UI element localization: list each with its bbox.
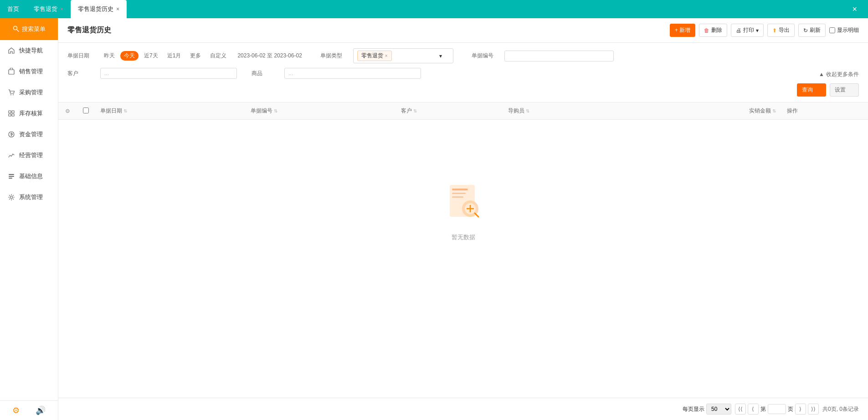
doc-type-tag-label: 零售退货 bbox=[361, 52, 383, 60]
svg-rect-8 bbox=[12, 114, 14, 116]
tab-retail-return-history[interactable]: 零售退货历史 × bbox=[71, 0, 127, 18]
tab-retail-return-label: 零售退货 bbox=[34, 5, 57, 13]
volume-icon[interactable]: 🔊 bbox=[36, 405, 46, 415]
header-actions: + 新增 🗑 删除 🖨 打印 ▾ ⬆ 导出 ↻ 刷新 bbox=[670, 24, 859, 37]
top-bar: 首页 零售退货 × 零售退货历史 × × bbox=[0, 0, 868, 18]
tab-retail-return-history-label: 零售退货历史 bbox=[78, 5, 113, 13]
date-btn-today[interactable]: 今天 bbox=[120, 51, 139, 61]
tab-retail-return-close[interactable]: × bbox=[60, 6, 63, 12]
sidebar-item-basic[interactable]: 基础信息 bbox=[0, 166, 58, 187]
customer-filter-label: 客户 bbox=[67, 70, 93, 77]
show-detail-input[interactable] bbox=[829, 27, 835, 33]
svg-rect-12 bbox=[9, 178, 12, 179]
purchase-icon bbox=[7, 88, 15, 97]
doc-type-dropdown-icon: ▾ bbox=[439, 53, 442, 59]
collapse-filters-button[interactable]: ▲ 收起更多条件 bbox=[819, 71, 859, 78]
svg-rect-2 bbox=[9, 70, 14, 74]
sort-icon-customer[interactable]: ⇅ bbox=[413, 108, 417, 113]
collapse-label: 收起更多条件 bbox=[826, 71, 859, 78]
page-title: 零售退货历史 bbox=[67, 26, 111, 35]
sort-icon-guide[interactable]: ⇅ bbox=[526, 108, 529, 113]
refresh-icon: ↻ bbox=[803, 27, 808, 34]
empty-text: 暂无数据 bbox=[452, 233, 475, 241]
th-customer: 客户 ⇅ bbox=[395, 102, 503, 120]
page-total-info: 共0页, 0条记录 bbox=[822, 405, 859, 413]
svg-rect-5 bbox=[9, 111, 11, 113]
per-page-select[interactable]: 10 20 50 100 bbox=[706, 404, 731, 415]
sidebar-item-label: 快捷导航 bbox=[19, 46, 43, 55]
filter-actions: 查询 设置 bbox=[67, 83, 859, 97]
date-filter-label: 单据日期 bbox=[67, 52, 93, 60]
date-buttons: 昨天 今天 近7天 近1月 更多 自定义 bbox=[100, 51, 230, 61]
svg-rect-6 bbox=[12, 111, 14, 113]
refresh-button[interactable]: ↻ 刷新 bbox=[798, 24, 826, 37]
select-all-checkbox[interactable] bbox=[83, 108, 89, 113]
doc-no-filter-label: 单据编号 bbox=[472, 52, 497, 60]
show-detail-checkbox[interactable]: 显示明细 bbox=[829, 26, 859, 34]
content-area: 零售退货历史 + 新增 🗑 删除 🖨 打印 ▾ ⬆ 导出 ↻ bbox=[58, 18, 868, 420]
data-table: ⚙ 单据日期 ⇅ 单据编号 ⇅ bbox=[58, 102, 868, 302]
sidebar-item-finance[interactable]: 资金管理 bbox=[0, 124, 58, 145]
search-icon bbox=[13, 26, 19, 33]
th-action: 操作 bbox=[781, 102, 868, 120]
customer-input[interactable]: ... bbox=[100, 68, 237, 79]
svg-rect-16 bbox=[452, 193, 466, 194]
page-first-button[interactable]: ⟨⟨ bbox=[735, 404, 746, 415]
window-close-button[interactable]: × bbox=[848, 5, 861, 14]
date-btn-7days[interactable]: 近7天 bbox=[140, 51, 162, 61]
page-last-button[interactable]: ⟩⟩ bbox=[808, 404, 819, 415]
goods-filter-label: 商品 bbox=[252, 70, 277, 77]
delete-button[interactable]: 🗑 删除 bbox=[699, 24, 727, 37]
settings-button[interactable]: 设置 bbox=[830, 83, 859, 97]
table-settings-icon[interactable]: ⚙ bbox=[65, 108, 70, 114]
sort-icon-doc-date[interactable]: ⇅ bbox=[123, 108, 127, 113]
print-button[interactable]: 🖨 打印 ▾ bbox=[731, 24, 764, 37]
tab-retail-return[interactable]: 零售退货 × bbox=[26, 0, 71, 18]
sidebar: 搜索菜单 快捷导航 销售管理 采购管理 库存核算 bbox=[0, 18, 58, 420]
sidebar-item-purchase[interactable]: 采购管理 bbox=[0, 82, 58, 103]
doc-type-select[interactable]: 零售退货 × ▾ bbox=[353, 48, 453, 63]
date-btn-custom[interactable]: 自定义 bbox=[206, 51, 230, 61]
date-btn-yesterday[interactable]: 昨天 bbox=[100, 51, 118, 61]
date-btn-more[interactable]: 更多 bbox=[186, 51, 205, 61]
th-checkbox bbox=[77, 102, 95, 120]
tab-retail-return-history-close[interactable]: × bbox=[116, 6, 119, 12]
date-btn-1month[interactable]: 近1月 bbox=[164, 51, 185, 61]
sidebar-item-quick-nav[interactable]: 快捷导航 bbox=[0, 40, 58, 61]
export-button[interactable]: ⬆ 导出 bbox=[767, 24, 795, 37]
filter-row-2: 客户 ... 商品 ... ▲ 收起更多条件 bbox=[67, 68, 859, 79]
delete-icon: 🗑 bbox=[704, 27, 709, 34]
sidebar-search[interactable]: 搜索菜单 bbox=[0, 18, 58, 40]
th-settings: ⚙ bbox=[58, 102, 77, 120]
table-body: 暂无数据 bbox=[58, 120, 868, 302]
tab-home[interactable]: 首页 bbox=[0, 0, 26, 18]
add-button[interactable]: + 新增 bbox=[670, 24, 695, 37]
print-dropdown-icon: ▾ bbox=[756, 27, 759, 34]
query-button[interactable]: 查询 bbox=[797, 83, 826, 97]
sidebar-bottom: ⚙ 🔊 bbox=[0, 400, 58, 420]
system-icon bbox=[7, 193, 15, 201]
main-layout: 搜索菜单 快捷导航 销售管理 采购管理 库存核算 bbox=[0, 18, 868, 420]
sidebar-item-inventory[interactable]: 库存核算 bbox=[0, 103, 58, 124]
sidebar-item-operation[interactable]: 经营管理 bbox=[0, 145, 58, 166]
page-number-input[interactable]: 1 bbox=[768, 404, 786, 414]
operation-icon bbox=[7, 151, 15, 159]
sort-icon-doc-no[interactable]: ⇅ bbox=[274, 108, 277, 113]
svg-line-1 bbox=[17, 30, 19, 31]
date-range-display: 2023-06-02 至 2023-06-02 bbox=[237, 52, 302, 60]
sidebar-item-system[interactable]: 系统管理 bbox=[0, 187, 58, 208]
inventory-icon bbox=[7, 109, 15, 118]
doc-no-input[interactable] bbox=[504, 51, 614, 61]
doc-type-tag-close[interactable]: × bbox=[385, 53, 388, 58]
th-guide: 导购员 ⇅ bbox=[503, 102, 631, 120]
sales-icon bbox=[7, 67, 15, 76]
sidebar-item-sales[interactable]: 销售管理 bbox=[0, 61, 58, 82]
basic-icon bbox=[7, 172, 15, 180]
goods-input[interactable]: ... bbox=[284, 68, 421, 79]
page-prev-button[interactable]: ⟨ bbox=[748, 404, 759, 415]
svg-rect-11 bbox=[9, 176, 14, 177]
page-next-button[interactable]: ⟩ bbox=[795, 404, 806, 415]
gear-icon[interactable]: ⚙ bbox=[12, 405, 20, 415]
tab-home-label: 首页 bbox=[7, 5, 19, 13]
sort-icon-amount[interactable]: ⇅ bbox=[772, 108, 776, 113]
